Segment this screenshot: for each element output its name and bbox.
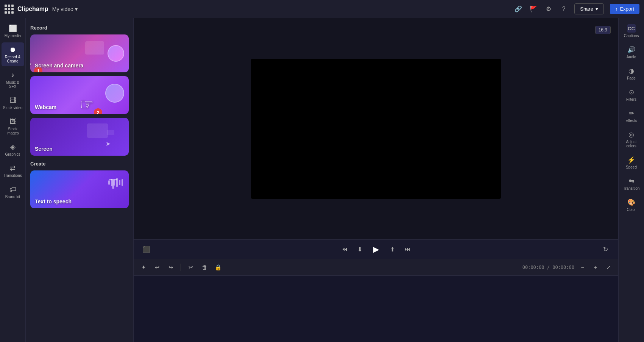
right-panel: CC Captions 🔊 Audio ◑ Fade ⊙ Filters ✏ E… — [618, 18, 644, 342]
right-item-effects[interactable]: ✏ Effects — [620, 106, 643, 126]
fit-timeline-button[interactable]: ⤢ — [603, 262, 614, 273]
topbar-left: Clipchamp My video ▾ — [5, 5, 514, 14]
share-chevron-icon: ▾ — [596, 6, 598, 12]
share-link-icon[interactable]: 🔗 — [514, 5, 523, 14]
hand-cursor-1: ☞ — [30, 57, 33, 72]
preview-area: 16:9 — [134, 18, 618, 239]
delete-button[interactable]: 🗑 — [199, 262, 210, 273]
captions-icon: ⬛ — [143, 246, 150, 253]
flag-icon[interactable]: 🚩 — [529, 5, 538, 14]
share-label: Share — [580, 6, 593, 12]
number-badge-2: 2 — [94, 108, 102, 114]
sidebar-item-music-sfx[interactable]: ♪ Music & SFX — [2, 68, 24, 92]
right-item-label: Filters — [626, 97, 636, 102]
playback-right: ↻ — [600, 244, 611, 255]
playback-center: ⏮ ⬇ ▶ ⬆ ⏭ — [339, 243, 413, 256]
select-tool-button[interactable]: ✦ — [138, 262, 149, 273]
right-item-adjust-colors[interactable]: ◎ Adjust colors — [620, 127, 643, 151]
sidebar-item-stock-video[interactable]: 🎞 Stock video — [2, 93, 24, 113]
export-arrow-icon: ↑ — [615, 6, 618, 12]
play-pause-button[interactable]: ▶ — [370, 243, 382, 256]
effects-panel-icon: ✏ — [627, 109, 636, 117]
right-item-label: Effects — [625, 119, 637, 123]
sidebar-item-label: Record & Create — [3, 55, 23, 63]
right-item-audio[interactable]: 🔊 Audio — [620, 42, 643, 62]
skip-back-button[interactable]: ⏮ — [339, 244, 350, 255]
right-item-label: Color — [627, 208, 636, 212]
sidebar-item-label: Stock images — [3, 127, 23, 135]
color-panel-icon: 🎨 — [627, 198, 636, 206]
main-layout: ⬜ My media ⏺ Record & Create ♪ Music & S… — [0, 18, 644, 342]
video-preview — [251, 59, 501, 199]
middle-content: 16:9 ⬛ ⏮ ⬇ ▶ ⬆ ⏭ ↻ ✦ ↩ — [134, 18, 618, 342]
sidebar-item-stock-images[interactable]: 🖼 Stock images — [2, 114, 24, 138]
brand-kit-icon: 🏷 — [9, 185, 17, 194]
sidebar-item-transitions[interactable]: ⇄ Transitions — [2, 161, 24, 181]
topbar: Clipchamp My video ▾ 🔗 🚩 ⚙ ? Share ▾ ↑ E… — [0, 0, 644, 18]
screen-card[interactable]: ➤ Screen — [30, 118, 129, 156]
skip-forward-button[interactable]: ⏭ — [402, 244, 413, 255]
sidebar-item-label: Transitions — [3, 173, 22, 178]
screen-card-label: Screen — [35, 146, 53, 152]
record-section-title: Record — [30, 25, 129, 31]
step-forward-button[interactable]: ⬆ — [387, 244, 398, 255]
sidebar-item-label: Music & SFX — [3, 80, 23, 89]
right-item-label: Captions — [624, 34, 639, 38]
sidebar-item-my-media[interactable]: ⬜ My media — [2, 21, 24, 41]
toolbar-separator-1 — [181, 264, 181, 271]
right-item-label: Audio — [627, 55, 636, 59]
text-speech-card[interactable]: T Text to speech — [30, 170, 129, 208]
wave-deco — [108, 178, 123, 187]
zoom-in-button[interactable]: + — [590, 262, 601, 273]
screen-camera-card-label: Screen and camera — [35, 62, 83, 69]
aspect-ratio-badge[interactable]: 16:9 — [595, 26, 611, 34]
right-item-label: Adjust colors — [622, 140, 641, 148]
graphics-icon: ◈ — [9, 143, 17, 151]
settings-icon[interactable]: ⚙ — [544, 5, 553, 14]
create-section-title: Create — [30, 161, 129, 167]
dropdown-chevron-icon: ▾ — [75, 6, 78, 12]
step-back-button[interactable]: ⬇ — [354, 244, 365, 255]
create-section: Create T Text to speech — [30, 161, 129, 208]
loop-button[interactable]: ↻ — [600, 244, 611, 255]
transitions-icon: ⇄ — [9, 164, 17, 172]
redo-button[interactable]: ↪ — [165, 262, 176, 273]
captions-toggle-button[interactable]: ⬛ — [141, 244, 152, 255]
sidebar-item-label: My media — [5, 34, 21, 38]
cut-button[interactable]: ✂ — [186, 262, 196, 273]
side-panel: Record ☞ 1 Screen and camera ☞ 2 Webcam — [26, 18, 134, 342]
apps-menu-icon[interactable] — [5, 5, 14, 14]
screen-camera-card[interactable]: ☞ 1 Screen and camera — [30, 34, 129, 72]
right-item-color[interactable]: 🎨 Color — [620, 195, 643, 215]
stock-images-icon: 🖼 — [9, 117, 17, 126]
right-item-speed[interactable]: ⚡ Speed — [620, 153, 643, 172]
avatar — [108, 45, 124, 62]
stock-video-icon: 🎞 — [9, 96, 17, 105]
export-label: Export — [620, 6, 634, 12]
sidebar-item-label: Brand kit — [5, 195, 20, 199]
export-button[interactable]: ↑ Export — [610, 4, 639, 14]
timeline-area: ✦ ↩ ↪ ✂ 🗑 🔒 00:00:00 / 00:00:00 − + ⤢ — [134, 259, 618, 342]
sidebar-item-brand-kit[interactable]: 🏷 Brand kit — [2, 182, 24, 202]
right-item-transition[interactable]: ⇆ Transition — [620, 174, 643, 194]
lock-button[interactable]: 🔒 — [213, 262, 223, 273]
right-item-fade[interactable]: ◑ Fade — [620, 64, 643, 83]
right-item-label: Speed — [626, 165, 637, 169]
undo-button[interactable]: ↩ — [152, 262, 162, 273]
right-item-captions[interactable]: CC Captions — [620, 21, 643, 41]
sidebar-item-label: Stock video — [3, 106, 23, 110]
timeline-content — [134, 276, 618, 342]
adjust-colors-panel-icon: ◎ — [627, 130, 636, 139]
help-icon[interactable]: ? — [559, 5, 568, 14]
zoom-out-button[interactable]: − — [577, 262, 588, 273]
video-title-dropdown[interactable]: My video ▾ — [52, 6, 78, 12]
webcam-card[interactable]: ☞ 2 Webcam — [30, 76, 129, 114]
timecode-display: 00:00:00 / 00:00:00 — [522, 265, 574, 270]
right-item-filters[interactable]: ⊙ Filters — [620, 85, 643, 105]
sidebar-item-record-create[interactable]: ⏺ Record & Create — [2, 42, 24, 66]
fade-panel-icon: ◑ — [627, 67, 636, 75]
sidebar-item-graphics[interactable]: ◈ Graphics — [2, 140, 24, 159]
record-cards: ☞ 1 Screen and camera ☞ 2 Webcam ➤ Scree… — [30, 34, 129, 156]
playback-left: ⬛ — [141, 244, 152, 255]
share-button[interactable]: Share ▾ — [574, 3, 604, 14]
